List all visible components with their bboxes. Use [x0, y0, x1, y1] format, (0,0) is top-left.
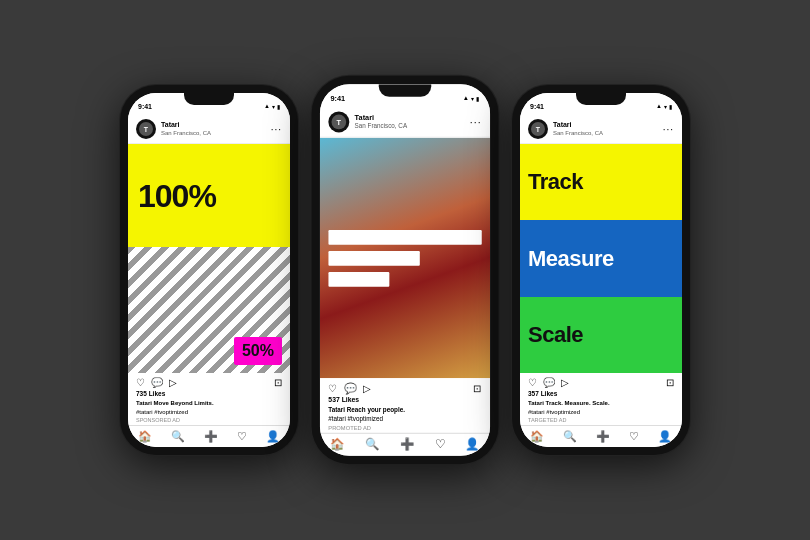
- location-1: San Francisco, CA: [161, 130, 266, 137]
- caption-text-1: Move Beyond Limits.: [154, 400, 214, 406]
- username-2: Tatari: [355, 114, 465, 123]
- post2-white-bars: [328, 230, 481, 287]
- action-icons-1: ♡ 💬 ▷ ⊡: [136, 377, 282, 388]
- phone-1: 9:41 ▲ ▾ ▮ T Tatari San Francisco, CA ··…: [120, 85, 298, 455]
- post3-green-band: Scale: [520, 297, 682, 373]
- hashtags-2: #tatari #tvoptimized: [328, 414, 481, 423]
- status-bar-2: 9:41 ▲ ▾ ▮: [320, 84, 490, 107]
- share-icon-2[interactable]: ▷: [363, 383, 371, 395]
- username-1: Tatari: [161, 121, 266, 129]
- nav-add-3[interactable]: ➕: [596, 430, 610, 443]
- nav-search-3[interactable]: 🔍: [563, 430, 577, 443]
- nav-add-1[interactable]: ➕: [204, 430, 218, 443]
- wifi-icon: ▾: [272, 103, 275, 110]
- user-info-2: Tatari San Francisco, CA: [355, 114, 465, 130]
- phone-2: 9:41 ▲ ▾ ▮ T Tatari San Francisco, CA ··…: [312, 76, 499, 465]
- more-options-3[interactable]: ···: [663, 124, 674, 135]
- nav-heart-3[interactable]: ♡: [629, 430, 639, 443]
- nav-add-2[interactable]: ➕: [400, 438, 415, 452]
- battery-icon-3: ▮: [669, 103, 672, 110]
- comment-icon-3[interactable]: 💬: [543, 377, 555, 388]
- status-icons-3: ▲ ▾ ▮: [656, 103, 672, 110]
- nav-home-3[interactable]: 🏠: [530, 430, 544, 443]
- user-info-1: Tatari San Francisco, CA: [161, 121, 266, 137]
- comment-icon-2[interactable]: 💬: [344, 383, 357, 395]
- post1-pink-box: 50%: [234, 337, 282, 365]
- hashtags-3: #tatari #tvoptimized: [528, 408, 674, 416]
- user-info-3: Tatari San Francisco, CA: [553, 121, 658, 137]
- nav-profile-2[interactable]: 👤: [465, 438, 480, 452]
- post3-word-track: Track: [528, 169, 583, 195]
- heart-icon-1[interactable]: ♡: [136, 377, 145, 388]
- caption-3: Tatari Track. Measure. Scale.: [528, 399, 674, 407]
- avatar-2: T: [328, 111, 349, 132]
- battery-icon-2: ▮: [476, 94, 479, 101]
- share-icon-3[interactable]: ▷: [561, 377, 569, 388]
- caption-user-2: Tatari: [328, 407, 345, 413]
- more-options-1[interactable]: ···: [271, 124, 282, 135]
- post1-content: 100% 50%: [128, 144, 290, 373]
- caption-user-3: Tatari: [528, 400, 544, 406]
- bookmark-icon-1[interactable]: ⊡: [274, 377, 282, 388]
- username-3: Tatari: [553, 121, 658, 129]
- notch-3: [576, 93, 626, 105]
- post3-blue-band: Measure: [520, 220, 682, 296]
- post2-bar-wide: [328, 230, 481, 245]
- ig-content-1: 100% 50%: [128, 144, 290, 373]
- ig-header-2: T Tatari San Francisco, CA ···: [320, 107, 490, 137]
- bookmark-icon-2[interactable]: ⊡: [473, 383, 481, 395]
- status-time-3: 9:41: [530, 103, 544, 110]
- likes-2: 537 Likes: [328, 394, 481, 406]
- status-bar-3: 9:41 ▲ ▾ ▮: [520, 93, 682, 115]
- wifi-icon-2: ▾: [471, 94, 474, 101]
- avatar-inner-3: T: [531, 122, 545, 136]
- ig-actions-2: ♡ 💬 ▷ ⊡ 537 Likes Tatari Reach your peop…: [320, 378, 490, 432]
- likes-3: 357 Likes: [528, 388, 674, 399]
- caption-1: Tatari Move Beyond Limits.: [136, 399, 282, 407]
- sponsored-2: PROMOTED AD: [328, 423, 481, 430]
- caption-text-3: Track. Measure. Scale.: [546, 400, 610, 406]
- post3-yellow-band: Track: [520, 144, 682, 220]
- heart-icon-3[interactable]: ♡: [528, 377, 537, 388]
- location-2: San Francisco, CA: [355, 123, 465, 131]
- nav-search-2[interactable]: 🔍: [365, 438, 380, 452]
- signal-icon: ▲: [264, 103, 270, 109]
- nav-heart-1[interactable]: ♡: [237, 430, 247, 443]
- nav-home-2[interactable]: 🏠: [330, 438, 345, 452]
- heart-icon-2[interactable]: ♡: [328, 383, 337, 395]
- nav-profile-3[interactable]: 👤: [658, 430, 672, 443]
- caption-2: Tatari Reach your people.: [328, 406, 481, 415]
- ig-content-2: [320, 138, 490, 379]
- share-icon-1[interactable]: ▷: [169, 377, 177, 388]
- nav-heart-2[interactable]: ♡: [435, 438, 446, 452]
- post2-bar-shorter: [328, 272, 389, 287]
- post3-word-scale: Scale: [528, 322, 583, 348]
- notch-1: [184, 93, 234, 105]
- bookmark-icon-3[interactable]: ⊡: [666, 377, 674, 388]
- sponsored-3: TARGETED AD: [528, 416, 674, 423]
- post1-bottom: 50%: [128, 247, 290, 373]
- ig-nav-2: 🏠 🔍 ➕ ♡ 👤: [320, 433, 490, 456]
- ig-nav-1: 🏠 🔍 ➕ ♡ 👤: [128, 425, 290, 447]
- more-options-2[interactable]: ···: [470, 116, 482, 128]
- status-icons-2: ▲ ▾ ▮: [463, 94, 480, 101]
- post3-word-measure: Measure: [528, 246, 614, 272]
- ig-actions-3: ♡ 💬 ▷ ⊡ 357 Likes Tatari Track. Measure.…: [520, 373, 682, 425]
- post1-percentage-top: 100%: [138, 180, 216, 212]
- avatar-1: T: [136, 119, 156, 139]
- ig-header-3: T Tatari San Francisco, CA ···: [520, 115, 682, 144]
- caption-user-1: Tatari: [136, 400, 152, 406]
- phone-3: 9:41 ▲ ▾ ▮ T Tatari San Francisco, CA ··…: [512, 85, 690, 455]
- ig-content-3: Track Measure Scale: [520, 144, 682, 373]
- signal-icon-3: ▲: [656, 103, 662, 109]
- battery-icon: ▮: [277, 103, 280, 110]
- avatar-inner-1: T: [139, 122, 153, 136]
- likes-1: 735 Likes: [136, 388, 282, 399]
- nav-home-1[interactable]: 🏠: [138, 430, 152, 443]
- avatar-3: T: [528, 119, 548, 139]
- caption-text-2: Reach your people.: [347, 407, 405, 413]
- comment-icon-1[interactable]: 💬: [151, 377, 163, 388]
- nav-search-1[interactable]: 🔍: [171, 430, 185, 443]
- action-icons-2: ♡ 💬 ▷ ⊡: [328, 383, 481, 395]
- nav-profile-1[interactable]: 👤: [266, 430, 280, 443]
